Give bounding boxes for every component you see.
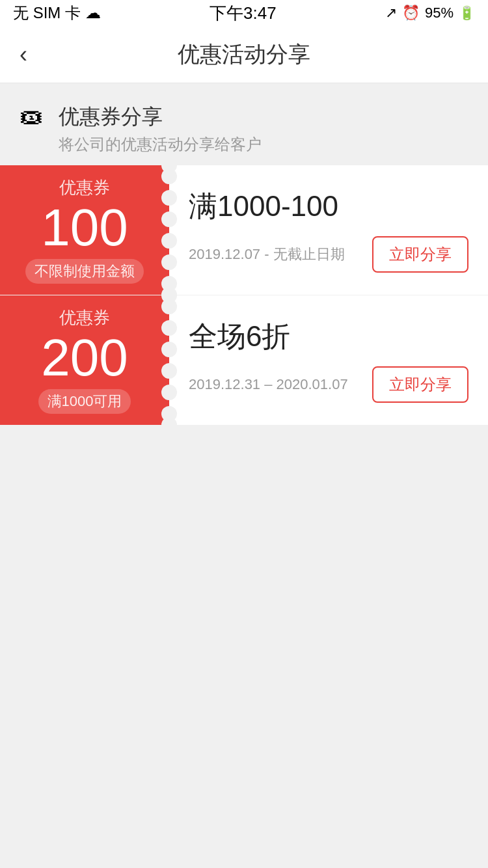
coupon-scallop bbox=[161, 165, 177, 295]
coupon-left: 优惠券100不限制使用金额 bbox=[0, 165, 169, 295]
sim-signal-text: 无 SIM 卡 ☁ bbox=[13, 3, 101, 23]
coupon-name: 满1000-100 bbox=[189, 187, 468, 226]
coupon-type-label: 优惠券 bbox=[59, 176, 110, 199]
section-icon: 🎟 bbox=[20, 103, 48, 131]
bottom-background bbox=[0, 426, 488, 816]
coupon-date: 2019.12.31 – 2020.01.07 bbox=[189, 376, 348, 393]
section-subtitle: 将公司的优惠活动分享给客户 bbox=[59, 134, 262, 155]
section-header: 🎟 优惠券分享 将公司的优惠活动分享给客户 bbox=[0, 83, 488, 165]
scallop-notch bbox=[161, 320, 177, 336]
coupon-right: 全场6折2019.12.31 – 2020.01.07立即分享 bbox=[169, 295, 488, 425]
alarm-icon: ⏰ bbox=[402, 5, 420, 21]
coupon-amount: 100 bbox=[41, 202, 128, 254]
coupon-amount: 200 bbox=[41, 332, 128, 384]
battery-icon: 🔋 bbox=[459, 5, 475, 21]
back-button[interactable]: ‹ bbox=[20, 41, 27, 68]
page-title: 优惠活动分享 bbox=[178, 40, 310, 70]
status-time: 下午3:47 bbox=[210, 2, 277, 25]
scallop-notch bbox=[161, 342, 177, 357]
status-left: 无 SIM 卡 ☁ bbox=[13, 3, 101, 23]
coupon-list: 优惠券100不限制使用金额满1000-1002019.12.07 - 无截止日期… bbox=[0, 165, 488, 426]
status-right: ↗ ⏰ 95% 🔋 bbox=[385, 5, 475, 21]
coupon-left: 优惠券200满1000可用 bbox=[0, 295, 169, 425]
coupon-scallop bbox=[161, 295, 177, 425]
coupon-card: 优惠券200满1000可用全场6折2019.12.31 – 2020.01.07… bbox=[0, 295, 488, 426]
share-button[interactable]: 立即分享 bbox=[372, 366, 468, 403]
scallop-notch bbox=[161, 385, 177, 400]
scallop-notch bbox=[161, 363, 177, 379]
scallop-notch bbox=[161, 233, 177, 249]
coupon-date: 2019.12.07 - 无截止日期 bbox=[189, 245, 345, 264]
location-icon: ↗ bbox=[385, 5, 397, 21]
coupon-card: 优惠券100不限制使用金额满1000-1002019.12.07 - 无截止日期… bbox=[0, 165, 488, 295]
coupon-type-label: 优惠券 bbox=[59, 306, 110, 329]
coupon-meta: 2019.12.31 – 2020.01.07立即分享 bbox=[189, 366, 468, 403]
coupon-right: 满1000-1002019.12.07 - 无截止日期立即分享 bbox=[169, 165, 488, 295]
section-text: 优惠券分享 将公司的优惠活动分享给客户 bbox=[59, 103, 262, 155]
coupon-condition: 不限制使用金额 bbox=[25, 259, 144, 284]
scallop-notch bbox=[161, 254, 177, 270]
coupon-meta: 2019.12.07 - 无截止日期立即分享 bbox=[189, 236, 468, 273]
coupon-condition: 满1000可用 bbox=[38, 389, 131, 414]
section-title: 优惠券分享 bbox=[59, 103, 262, 131]
battery-text: 95% bbox=[425, 5, 454, 21]
share-button[interactable]: 立即分享 bbox=[372, 236, 468, 273]
status-bar: 无 SIM 卡 ☁ 下午3:47 ↗ ⏰ 95% 🔋 bbox=[0, 0, 488, 26]
nav-bar: ‹ 优惠活动分享 bbox=[0, 26, 488, 83]
coupon-name: 全场6折 bbox=[189, 318, 468, 356]
scallop-notch bbox=[161, 190, 177, 206]
scallop-notch bbox=[161, 211, 177, 227]
